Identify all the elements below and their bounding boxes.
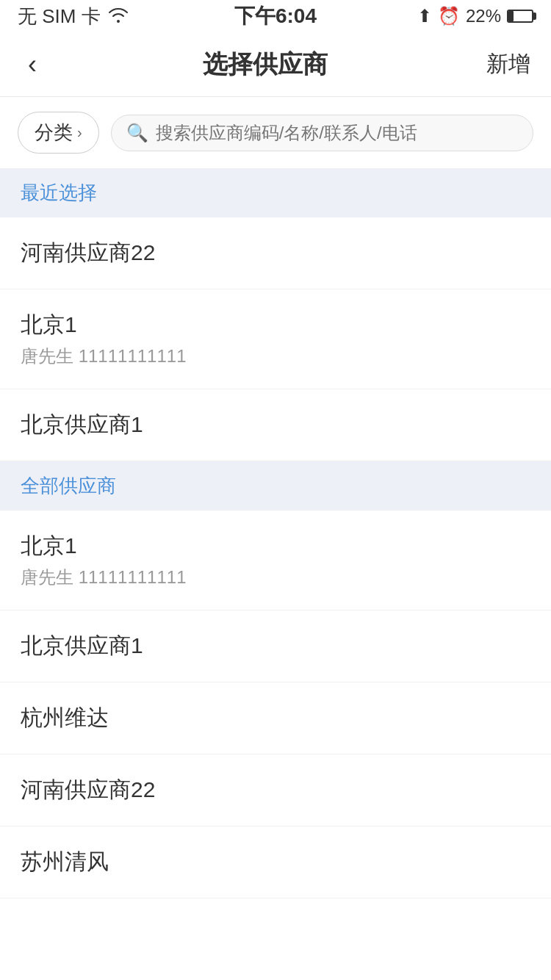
- filter-bar: 分类 › 🔍: [0, 97, 551, 168]
- item-name: 杭州维达: [21, 703, 530, 733]
- item-sub: 唐先生 11111111111: [21, 566, 530, 589]
- list-item[interactable]: 杭州维达: [0, 682, 551, 754]
- status-right: ⬆ ⏰ 22%: [417, 6, 533, 26]
- item-name: 河南供应商22: [21, 775, 530, 805]
- item-name: 苏州清风: [21, 847, 530, 877]
- item-sub: 唐先生 11111111111: [21, 345, 530, 368]
- status-carrier: 无 SIM 卡: [18, 4, 129, 29]
- nav-bar: ‹ 选择供应商 新增: [0, 32, 551, 97]
- battery-icon: [507, 10, 533, 23]
- item-name: 北京1: [21, 531, 530, 561]
- all-list: 北京1唐先生 11111111111北京供应商1杭州维达河南供应商22苏州清风: [0, 511, 551, 898]
- wifi-icon: [108, 5, 129, 28]
- carrier-text: 无 SIM 卡: [18, 4, 101, 29]
- list-item[interactable]: 苏州清风: [0, 826, 551, 898]
- alarm-icon: ⏰: [438, 6, 460, 26]
- search-icon: 🔍: [126, 123, 148, 143]
- search-container[interactable]: 🔍: [111, 115, 533, 151]
- page-title: 选择供应商: [203, 48, 328, 82]
- recent-section-header: 最近选择: [0, 168, 551, 217]
- category-filter[interactable]: 分类 ›: [18, 112, 99, 154]
- item-name: 北京供应商1: [21, 631, 530, 661]
- list-item[interactable]: 北京供应商1: [0, 389, 551, 461]
- list-item[interactable]: 北京供应商1: [0, 610, 551, 682]
- status-bar: 无 SIM 卡 下午6:04 ⬆ ⏰ 22%: [0, 0, 551, 32]
- list-item[interactable]: 北京1唐先生 11111111111: [0, 511, 551, 610]
- back-button[interactable]: ‹: [21, 42, 44, 87]
- status-time: 下午6:04: [234, 2, 317, 30]
- item-name: 北京供应商1: [21, 410, 530, 440]
- add-button[interactable]: 新增: [486, 49, 530, 79]
- recent-list: 河南供应商22北京1唐先生 11111111111北京供应商1: [0, 217, 551, 461]
- list-item[interactable]: 河南供应商22: [0, 754, 551, 826]
- item-name: 北京1: [21, 310, 530, 340]
- search-input[interactable]: [156, 123, 518, 143]
- list-item[interactable]: 河南供应商22: [0, 217, 551, 289]
- battery-text: 22%: [466, 6, 501, 26]
- all-section-header: 全部供应商: [0, 461, 551, 511]
- all-section-label: 全部供应商: [21, 475, 116, 497]
- item-name: 河南供应商22: [21, 238, 530, 268]
- location-icon: ⬆: [417, 6, 432, 26]
- chevron-right-icon: ›: [77, 124, 82, 141]
- category-label: 分类: [35, 120, 73, 145]
- recent-section-label: 最近选择: [21, 181, 97, 203]
- list-item[interactable]: 北京1唐先生 11111111111: [0, 289, 551, 389]
